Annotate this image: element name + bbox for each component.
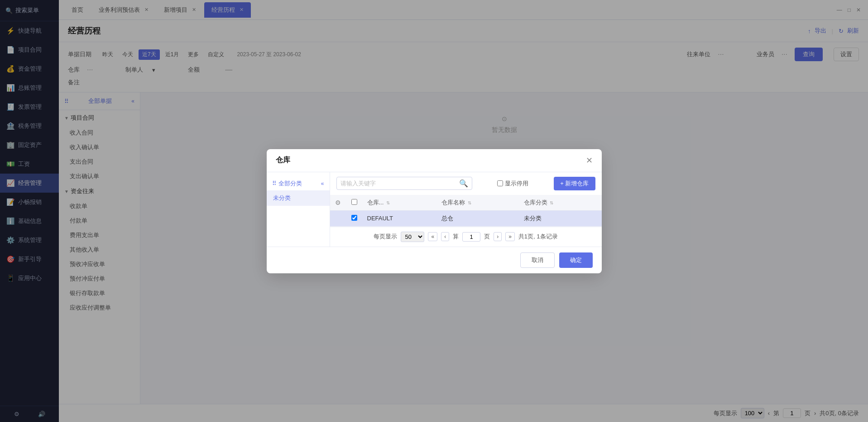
th-warehouse-code: 仓库... ⇅	[363, 195, 437, 211]
row-name: 总仓	[437, 210, 519, 226]
show-disabled-checkbox[interactable]: 显示停用	[497, 179, 528, 188]
table-body: DEFAULT 总仓 未分类	[330, 210, 602, 226]
pagination-total-info: 共1页, 1条记录	[518, 233, 558, 241]
modal-right-panel: 🔍 显示停用 + 新增仓库 ⚙	[330, 172, 602, 247]
modal-left-header: ⠿ 全部分类 «	[267, 177, 330, 190]
modal-collapse-icon[interactable]: «	[321, 180, 324, 187]
modal-table: ⚙ 仓库... ⇅ 仓库名称	[330, 195, 602, 227]
modal-search-icon: 🔍	[459, 179, 468, 188]
modal-search-input[interactable]	[340, 180, 456, 187]
pagination-prev-btn[interactable]: ‹	[441, 232, 449, 241]
row-checkbox[interactable]	[351, 215, 357, 221]
grid-icon-modal: ⠿	[272, 180, 277, 187]
th-check	[346, 195, 363, 211]
pagination-first-btn[interactable]: «	[428, 232, 437, 241]
warehouse-modal: 仓库 ✕ ⠿ 全部分类 « 未分类	[267, 149, 602, 273]
pagination-last-btn[interactable]: »	[505, 232, 515, 241]
modal-left-item-uncategorized[interactable]: 未分类	[267, 190, 330, 206]
pagination-size-label: 每页显示	[374, 233, 397, 241]
modal-toolbar: 🔍 显示停用 + 新增仓库	[330, 172, 602, 195]
cancel-button[interactable]: 取消	[520, 252, 555, 268]
modal-search-box[interactable]: 🔍	[336, 177, 472, 190]
modal-title: 仓库	[276, 155, 290, 165]
row-category: 未分类	[519, 210, 602, 226]
modal-actions: 取消 确定	[267, 247, 602, 273]
show-disabled-label: 显示停用	[505, 179, 528, 188]
pagination-page-input[interactable]	[462, 232, 480, 242]
th-warehouse-name: 仓库名称 ⇅	[437, 195, 519, 211]
pagination-page-suffix: 页	[484, 233, 490, 241]
add-warehouse-button[interactable]: + 新增仓库	[554, 177, 595, 190]
modal-left-title: 全部分类	[278, 179, 302, 188]
th-settings: ⚙	[330, 195, 346, 211]
table-row[interactable]: DEFAULT 总仓 未分类	[330, 210, 602, 226]
modal-overlay[interactable]: 仓库 ✕ ⠿ 全部分类 « 未分类	[0, 0, 868, 422]
sort-category-icon[interactable]: ⇅	[550, 200, 553, 205]
modal-close-button[interactable]: ✕	[586, 155, 593, 165]
pagination-next-btn[interactable]: ›	[494, 232, 502, 241]
select-all-checkbox[interactable]	[351, 199, 357, 205]
pagination-size-select[interactable]: 50 10 20 100	[401, 232, 424, 242]
pagination-calc-label: 算	[453, 233, 459, 241]
show-disabled-check[interactable]	[497, 180, 503, 186]
modal-body: ⠿ 全部分类 « 未分类 🔍	[267, 172, 602, 247]
table-header: ⚙ 仓库... ⇅ 仓库名称	[330, 195, 602, 211]
warehouse-table: ⚙ 仓库... ⇅ 仓库名称	[330, 195, 602, 227]
row-check[interactable]	[346, 210, 363, 226]
sort-code-icon[interactable]: ⇅	[386, 200, 390, 205]
confirm-button[interactable]: 确定	[559, 252, 593, 268]
modal-pagination: 每页显示 50 10 20 100 « ‹ 算 页 › » 共1页, 1条记录	[330, 227, 602, 247]
sort-name-icon[interactable]: ⇅	[468, 200, 471, 205]
modal-header: 仓库 ✕	[267, 149, 602, 172]
row-code: DEFAULT	[363, 210, 437, 226]
th-warehouse-category: 仓库分类 ⇅	[519, 195, 602, 211]
gear-icon[interactable]: ⚙	[335, 199, 341, 206]
modal-left-panel: ⠿ 全部分类 « 未分类	[267, 172, 330, 247]
row-settings	[330, 210, 346, 226]
